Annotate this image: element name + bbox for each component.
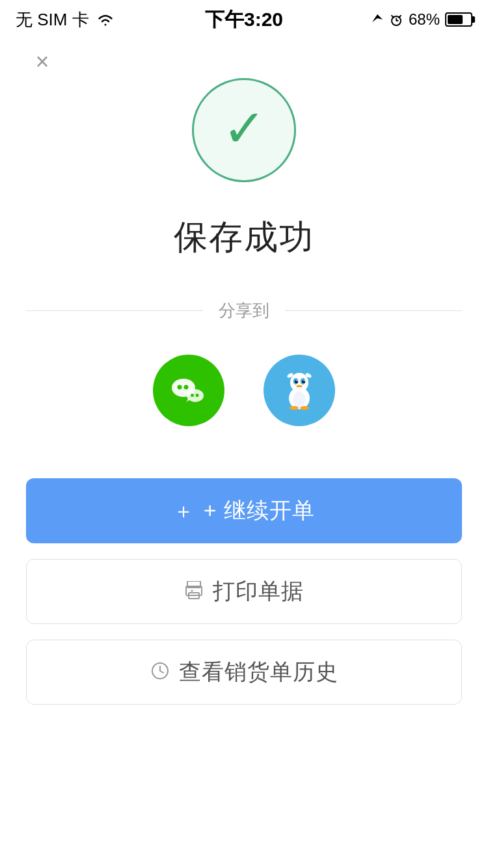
svg-point-3 [183,385,188,389]
print-button[interactable]: 打印单据 [26,559,462,624]
continue-order-label: + 继续开单 [204,496,315,526]
print-icon [184,581,204,603]
continue-order-button[interactable]: ＋ + 继续开单 [26,478,462,543]
svg-point-19 [300,406,309,410]
divider-line-right [285,310,462,311]
svg-rect-25 [191,590,193,591]
svg-point-2 [177,385,182,389]
share-icons [153,355,335,426]
action-buttons: ＋ + 继续开单 打印单据 查看销货单历 [0,478,488,705]
svg-point-4 [187,389,204,402]
location-icon [371,13,384,26]
status-bar: 无 SIM 卡 下午3:20 68% [0,0,488,39]
print-label: 打印单据 [213,576,304,606]
main-content: ✓ 保存成功 分享到 [0,39,488,705]
share-label: 分享到 [203,299,285,322]
qq-icon [280,370,318,412]
history-button[interactable]: 查看销货单历史 [26,640,462,705]
svg-point-13 [297,380,298,381]
status-left: 无 SIM 卡 [16,8,115,31]
battery-percent: 68% [409,10,440,29]
status-time: 下午3:20 [205,7,283,33]
battery-icon [445,12,472,27]
divider-line-left [26,310,203,311]
plus-icon: ＋ [173,500,195,521]
success-circle: ✓ [192,78,296,182]
checkmark-icon: ✓ [223,103,266,155]
qq-share-button[interactable] [264,355,335,426]
svg-point-6 [195,394,198,397]
wechat-share-button[interactable] [153,355,224,426]
svg-point-17 [293,392,306,407]
no-sim-text: 无 SIM 卡 [16,8,89,31]
alarm-icon [389,12,403,27]
status-right: 68% [371,10,472,29]
svg-point-5 [191,394,194,397]
share-divider: 分享到 [0,299,488,322]
svg-point-14 [304,380,305,381]
close-button[interactable]: × [26,46,59,78]
success-title: 保存成功 [174,215,314,260]
wifi-icon [96,12,115,27]
clock-icon [150,661,170,684]
svg-marker-7 [186,399,190,402]
history-label: 查看销货单历史 [179,657,338,687]
close-icon: × [35,50,49,74]
svg-point-18 [290,406,299,410]
wechat-icon [168,370,210,412]
